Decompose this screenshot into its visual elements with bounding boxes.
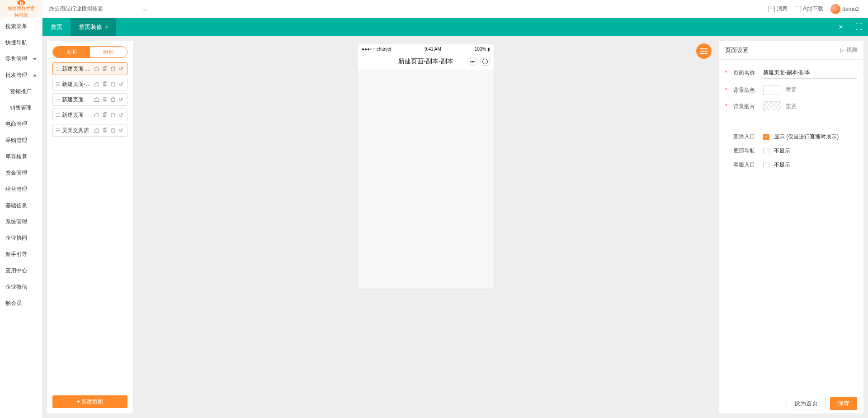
page-name: 新建页面-副本 <box>62 81 92 88</box>
nav-item[interactable]: 应用中心 <box>0 262 42 279</box>
message-icon <box>769 6 775 12</box>
home-icon[interactable] <box>94 81 100 87</box>
delete-icon[interactable] <box>110 96 116 103</box>
live-checkbox[interactable] <box>763 134 769 140</box>
service-checkbox[interactable] <box>763 162 769 168</box>
drag-icon[interactable]: ☰ <box>56 112 60 118</box>
tab-close-all[interactable]: × <box>832 18 850 36</box>
copy-icon[interactable] <box>102 112 108 118</box>
nav-item[interactable]: 营销推广 <box>0 83 42 100</box>
page-row[interactable]: ☰新建页面 <box>52 93 127 106</box>
page-name-input[interactable]: 新建页面-副本-副本 <box>763 67 857 79</box>
drag-icon[interactable]: ☰ <box>56 97 60 103</box>
nav-item[interactable]: 库存核算 <box>0 148 42 165</box>
field-page-name: * 页面名称 新建页面-副本-副本 <box>725 67 857 79</box>
more-icon[interactable]: ••• <box>467 57 477 66</box>
messages-label: 消息 <box>777 5 788 13</box>
home-icon[interactable] <box>94 112 100 118</box>
required-icon: * <box>725 70 729 76</box>
drag-icon[interactable]: ☰ <box>56 81 60 87</box>
phone-canvas[interactable] <box>358 70 494 289</box>
avatar-icon <box>830 4 840 14</box>
tab-decoration[interactable]: 首页装修 × <box>71 18 116 36</box>
nav-item[interactable]: 企业协同 <box>0 230 42 246</box>
copy-icon[interactable] <box>102 66 108 72</box>
bgimg-reset[interactable]: 重置 <box>786 103 797 110</box>
home-icon[interactable] <box>94 66 100 72</box>
nav-label: 批发管理 <box>5 71 27 79</box>
nav-label: 应用中心 <box>5 267 27 275</box>
nav-item[interactable]: 销售管理 <box>0 100 42 116</box>
nav-item[interactable]: 零售管理 <box>0 51 42 67</box>
copy-icon[interactable] <box>102 127 108 133</box>
nav-item[interactable]: 基础信息 <box>0 197 42 214</box>
share-icon[interactable] <box>118 81 124 87</box>
nav-label: 资金管理 <box>5 169 27 177</box>
nav-label: 企业微信 <box>5 283 27 291</box>
drawer-toggle[interactable] <box>696 43 712 59</box>
chevron-up-icon <box>33 74 37 76</box>
live-option-text: 显示 (仅当进行直播时展示) <box>774 133 839 141</box>
copy-icon[interactable] <box>102 81 108 87</box>
save-button[interactable]: 保存 <box>830 397 857 410</box>
drag-icon[interactable]: ☰ <box>56 128 60 133</box>
home-icon[interactable] <box>94 96 100 103</box>
settings-footer: 设为首页 保存 <box>719 393 863 413</box>
page-name: 新建页面-副本-... <box>62 65 92 73</box>
bgcolor-label: 背景颜色 <box>733 86 759 94</box>
nav-item[interactable]: 搜索菜单 <box>0 18 42 34</box>
nav-item[interactable]: 经营管理 <box>0 181 42 197</box>
target-icon[interactable] <box>480 57 490 66</box>
messages-button[interactable]: 消息 <box>769 5 788 13</box>
bgcolor-reset[interactable]: 重置 <box>786 86 797 94</box>
bottomnav-label: 底部导航 <box>733 147 759 155</box>
nav-item[interactable]: 采购管理 <box>0 132 42 148</box>
subtab-component[interactable]: 组件 <box>90 47 127 57</box>
bgcolor-swatch[interactable] <box>763 85 781 95</box>
page-row[interactable]: ☰昊天文具店 <box>52 124 127 137</box>
share-icon[interactable] <box>118 127 124 133</box>
delete-icon[interactable] <box>110 127 116 133</box>
user-menu[interactable]: demo2 <box>830 4 859 14</box>
delete-icon[interactable] <box>110 112 116 118</box>
logo[interactable]: 畅捷通好生意 标准版 <box>0 0 42 18</box>
tab-home-label: 首页 <box>51 23 62 31</box>
play-icon: ▷ <box>840 47 844 53</box>
page-row[interactable]: ☰新建页面-副本 <box>52 78 127 90</box>
org-selector[interactable]: 办公用品行业模拟账套 <box>49 5 146 13</box>
nav-label: 基础信息 <box>5 202 27 209</box>
home-icon[interactable] <box>94 127 100 133</box>
nav-label: 采购管理 <box>5 137 27 144</box>
tab-home[interactable]: 首页 <box>42 18 71 36</box>
close-icon[interactable]: × <box>105 24 108 30</box>
nav-item[interactable]: 新手引导 <box>0 246 42 262</box>
nav-item[interactable]: 企业微信 <box>0 279 42 295</box>
nav-item[interactable]: 电商管理 <box>0 116 42 132</box>
bottomnav-checkbox[interactable] <box>763 148 769 154</box>
nav-item[interactable]: 快捷导航 <box>0 34 42 51</box>
fullscreen-icon[interactable]: ⛶ <box>850 18 868 36</box>
phone-statusbar: ●●●○○ chanjet 9:41 AM 100% ▮ <box>358 44 494 53</box>
page-list: ☰新建页面-副本-...☰新建页面-副本☰新建页面☰新建页面☰昊天文具店 <box>52 62 127 137</box>
share-icon[interactable] <box>118 112 124 118</box>
page-row[interactable]: ☰新建页面-副本-... <box>52 62 127 75</box>
app-download-button[interactable]: App下载 <box>795 5 823 13</box>
nav-item[interactable]: 畅会员 <box>0 295 42 311</box>
nav-item[interactable]: 批发管理 <box>0 67 42 83</box>
new-page-button[interactable]: + 新建页面 <box>52 395 127 408</box>
delete-icon[interactable] <box>110 81 116 87</box>
set-home-button[interactable]: 设为首页 <box>787 397 826 410</box>
delete-icon[interactable] <box>110 66 116 72</box>
share-icon[interactable] <box>118 96 124 103</box>
share-icon[interactable] <box>118 66 124 72</box>
drag-icon[interactable]: ☰ <box>56 66 60 72</box>
page-row[interactable]: ☰新建页面 <box>52 109 127 121</box>
option-bottomnav: 底部导航 不显示 <box>725 147 857 155</box>
phone-carrier: ●●●○○ chanjet <box>362 47 391 52</box>
video-help-button[interactable]: ▷ 视频 <box>840 46 857 54</box>
nav-item[interactable]: 系统管理 <box>0 214 42 230</box>
bgimg-swatch[interactable] <box>763 101 781 111</box>
subtab-page[interactable]: 页面 <box>53 47 90 57</box>
nav-item[interactable]: 资金管理 <box>0 165 42 181</box>
copy-icon[interactable] <box>102 96 108 103</box>
